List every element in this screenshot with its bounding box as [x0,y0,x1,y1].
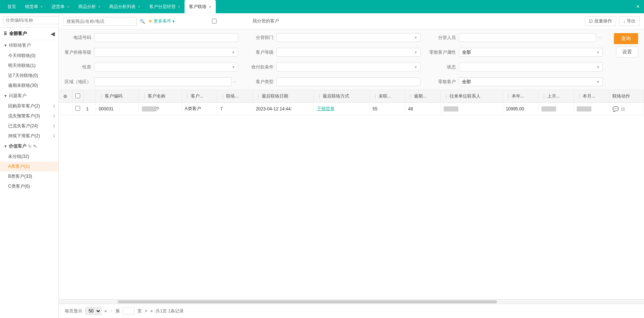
col-code[interactable]: 客户编码 [96,90,139,103]
sidebar-group-pending[interactable]: ▼ 待联络客户 [0,40,58,51]
sidebar-item-tomorrow-pending[interactable]: 明天待联络(1) [0,61,58,71]
sidebar-group-problem[interactable]: ▼ 问题客户 [0,91,58,101]
col-date-sort[interactable]: 最后联络日期 [256,93,288,99]
query-button[interactable]: 查询 [614,33,638,44]
close-window-icon[interactable]: × [636,3,640,10]
col-name[interactable]: 客户名称 [139,90,182,103]
close-purchase-order-icon[interactable]: × [67,4,69,9]
nav-product-analysis-list[interactable]: 商品分析列表 × [105,0,144,13]
col-code-sort[interactable]: 客户编码 [99,93,122,99]
action-comment-icon[interactable]: 💬 [612,106,619,112]
value-refresh-icon[interactable]: ↻ [28,144,32,149]
sidebar-all-customers[interactable]: ⠿ 全部客户 ◀ [0,28,58,40]
manager-more-icon[interactable]: ··· [596,35,603,40]
sidebar-item-class-c[interactable]: C类客户(6) [0,181,58,191]
col-last-contact-date[interactable]: 最后联络日期 [253,90,314,103]
value-edit-icon[interactable]: ✎ [33,144,37,149]
setting-button[interactable]: 设置 [616,46,638,57]
col-name-sort[interactable]: 客户名称 [142,93,165,99]
nature-input[interactable] [94,63,238,71]
info-icon-4[interactable]: ℹ [53,134,55,138]
col-uncontacted[interactable]: 未联... [369,90,405,103]
sidebar-group-value[interactable]: ▼ 价值客户 ↻ ✎ [0,141,58,152]
nav-purchase-order[interactable]: 进货单 × [47,0,74,13]
retail-customer-input[interactable] [459,77,603,86]
sidebar-item-class-b[interactable]: B类客户(33) [0,172,58,181]
sidebar-item-churn-warning[interactable]: 流失预警客户(3) ℹ [0,111,58,121]
manager-input[interactable] [459,33,596,42]
customer-type-input[interactable] [276,77,421,86]
export-button[interactable]: ↓ 导出 [619,16,640,26]
sidebar-item-ungrouped[interactable]: 未分组(32) [0,152,58,162]
info-icon-2[interactable]: ℹ [53,114,55,119]
col-overdue[interactable]: 逾期... [405,90,441,103]
scrollbar-thumb[interactable] [118,300,497,303]
sidebar-item-churned[interactable]: 已流失客户(24) ℹ [0,121,58,131]
filter-search-icon[interactable]: 🔍 [140,19,145,24]
next-page-button[interactable]: > [145,308,147,314]
page-size-select[interactable]: 50 [85,307,101,315]
sidebar-item-today-pending[interactable]: 今天待联络(0) [0,51,58,61]
close-product-analysis-icon[interactable]: × [98,4,100,9]
region-input[interactable] [94,77,232,86]
col-type[interactable]: 客户... [182,90,217,103]
col-this-month[interactable]: 本月... [574,90,609,103]
action-grid-icon[interactable]: ⊞ [621,106,625,112]
col-this-month-sort[interactable]: 本月... [577,93,595,99]
search-input[interactable] [63,17,137,26]
more-filters-button[interactable]: ▼ 更多条件 ▾ [148,18,175,24]
col-last-month[interactable]: 上月... [538,90,574,103]
my-customers-check[interactable] [178,19,251,24]
dept-input[interactable] [276,33,421,42]
region-more-icon[interactable]: ··· [232,79,238,84]
retail-attr-input[interactable] [459,48,603,57]
last-page-button[interactable]: » [150,308,153,314]
batch-operation-button[interactable]: ☑ 批量操作 [585,16,616,26]
col-this-year[interactable]: 本年... [502,90,538,103]
select-all-checkbox[interactable] [75,93,80,98]
filter-customer-type: 客户类型 [247,77,421,86]
row-checkbox[interactable] [75,106,80,111]
close-sales-order-icon[interactable]: × [40,4,43,9]
col-unit-sort[interactable]: 往来单位联系人 [444,93,480,99]
last-contact-way-link[interactable]: 下销货单 [317,106,334,111]
prev-page-button[interactable]: < [110,308,112,314]
phone-input[interactable] [94,33,238,42]
info-icon-3[interactable]: ℹ [53,124,55,128]
sidebar-collapse-icon[interactable]: ◀ [51,31,55,37]
col-way-sort[interactable]: 最后联络方式 [317,93,349,99]
sidebar-item-7days-pending[interactable]: 近7天待联络(0) [0,71,58,81]
current-page-input[interactable]: 1 [123,307,135,315]
nav-product-analysis[interactable]: 商品分析 × [74,0,105,13]
nav-sales-order[interactable]: 销货单 × [21,0,47,13]
nav-customer-segment[interactable]: 客户分层经营 × [145,0,185,13]
col-overdue-sort[interactable]: 逾期... [408,93,426,99]
customer-level-input[interactable] [276,48,421,57]
info-icon-1[interactable]: ℹ [53,104,55,109]
sidebar-item-class-a[interactable]: A类客户(1) [0,162,58,172]
first-page-button[interactable]: « [104,308,107,314]
col-last-contact-way[interactable]: 最后联络方式 [314,90,370,103]
nav-home[interactable]: 首页 [3,0,21,13]
col-this-year-sort[interactable]: 本年... [506,93,524,99]
payment-input[interactable] [276,63,421,71]
my-customers-checkbox[interactable]: 我分管的客户 [178,18,279,24]
col-unit-contact[interactable]: 往来单位联系人 [441,90,503,103]
col-last-month-sort[interactable]: 上月... [541,93,560,99]
sidebar-search-input[interactable] [3,16,59,24]
close-customer-contact-icon[interactable]: × [209,4,211,9]
close-product-analysis-list-icon[interactable]: × [138,4,140,9]
col-uncontacted-sort[interactable]: 未联... [373,93,391,99]
nav-customer-contact[interactable]: 客户联络 × [185,0,215,13]
col-contact-sort[interactable]: 联络... [220,93,239,99]
status-input[interactable] [459,63,603,71]
sidebar-item-declining[interactable]: 持续下滑客户(2) ℹ [0,131,58,141]
sidebar-item-abnormal-repurchase[interactable]: 回购异常客户(2) ℹ [0,101,58,111]
price-level-input[interactable] [94,48,238,57]
sidebar-item-overdue-pending[interactable]: 逾期未联络(30) [0,81,58,91]
col-contact[interactable]: 联络... [217,90,253,103]
horizontal-scrollbar[interactable] [59,299,644,304]
close-customer-segment-icon[interactable]: × [178,4,180,9]
col-type-sort[interactable]: 客户... [185,93,203,99]
col-settings[interactable]: ⚙ [59,90,72,103]
